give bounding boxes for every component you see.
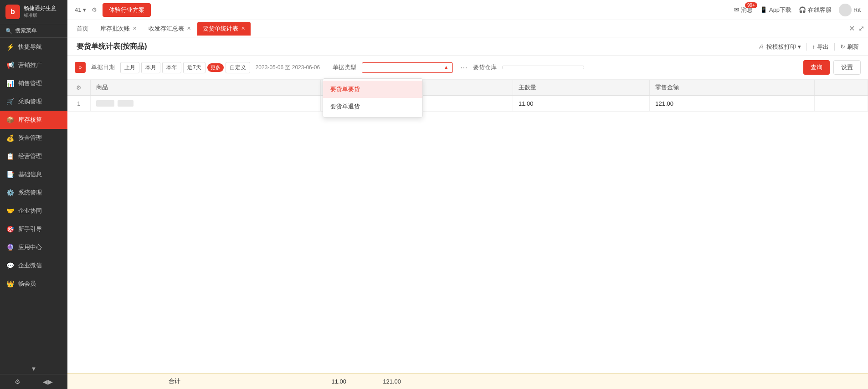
tabbar: 首页 库存批次账 ✕ 收发存汇总表 ✕ 要货单统计表 ✕ ✕ ⤢ xyxy=(67,20,868,37)
footer-label: 合计 xyxy=(169,377,205,385)
sidebar-item-quick-nav[interactable]: ⚡ 快捷导航 xyxy=(0,38,67,56)
sidebar-item-enterprise[interactable]: 🤝 企业协同 xyxy=(0,202,67,220)
type-select[interactable]: ▲ xyxy=(362,62,453,73)
export-button[interactable]: ↑ 导出 xyxy=(812,43,829,51)
topbar: 41 ▾ ⚙ 体验行业方案 ✉ 消息 99+ 📱 App下载 🎧 在线客服 R xyxy=(67,0,868,20)
last-7d-btn[interactable]: 近7天 xyxy=(183,62,205,73)
quick-nav-icon: ⚡ xyxy=(5,42,15,51)
sidebar-item-operations[interactable]: 📋 经营管理 xyxy=(0,147,67,165)
sidebar-item-inventory[interactable]: 📦 库存核算 xyxy=(0,111,67,129)
tab-close-summary[interactable]: ✕ xyxy=(187,26,191,31)
tab-close-batch[interactable]: ✕ xyxy=(133,26,137,31)
app-logo: b 畅捷通好生意 标准版 xyxy=(0,0,67,24)
messages-btn[interactable]: ✉ 消息 99+ xyxy=(734,6,753,14)
sidebar-nav: ⚡ 快捷导航 📢 营销推广 📊 销售管理 🛒 采购管理 📦 库存核算 💰 资金管… xyxy=(0,38,67,363)
footer-amount: 121.00 xyxy=(355,378,401,385)
footer-quantity: 11.00 xyxy=(273,378,355,385)
divider2 xyxy=(834,43,835,51)
company-selector[interactable]: 41 ▾ xyxy=(75,6,86,13)
operations-icon: 📋 xyxy=(5,152,15,161)
query-button[interactable]: 查询 xyxy=(803,60,830,75)
this-year-btn[interactable]: 本年 xyxy=(162,62,181,73)
app-download-btn[interactable]: 📱 App下载 xyxy=(760,6,791,14)
filter-expand-button[interactable]: » xyxy=(75,62,86,73)
tab-batch[interactable]: 库存批次账 ✕ xyxy=(95,22,142,36)
close-tab-icon[interactable]: ✕ xyxy=(849,24,855,33)
sidebar-item-basic-info[interactable]: 📑 基础信息 xyxy=(0,165,67,184)
warehouse-select[interactable] xyxy=(502,66,584,69)
date-range-display: 2023-05-06 至 2023-06-06 xyxy=(256,64,320,72)
wechat-icon: 💬 xyxy=(5,261,15,270)
tab-summary[interactable]: 收发存汇总表 ✕ xyxy=(143,22,196,36)
more-options-icon[interactable]: ⋯ xyxy=(460,63,467,72)
tabbar-controls: ✕ ⤢ xyxy=(849,24,864,33)
column-settings-icon[interactable]: ⚙ xyxy=(76,84,82,91)
sidebar-item-marketing[interactable]: 📢 营销推广 xyxy=(0,56,67,74)
tab-order-stat[interactable]: 要货单统计表 ✕ xyxy=(197,22,251,36)
dropdown-option-order-return[interactable]: 要货单退货 xyxy=(323,98,422,115)
date-label: 单据日期 xyxy=(91,63,115,72)
settings-bottom-icon[interactable]: ⚙ xyxy=(15,378,21,385)
system-icon: ⚙️ xyxy=(5,188,15,197)
phone-icon: 📱 xyxy=(760,6,767,13)
type-label: 单据类型 xyxy=(333,63,356,72)
dropdown-option-order-goods[interactable]: 要货单要货 xyxy=(323,81,422,98)
expand-tab-icon[interactable]: ⤢ xyxy=(858,24,864,33)
sidebar-item-guide[interactable]: 🎯 新手引导 xyxy=(0,220,67,238)
sidebar-item-purchase[interactable]: 🛒 采购管理 xyxy=(0,92,67,111)
logo-icon: b xyxy=(5,5,20,19)
row-seq: 1 xyxy=(67,96,90,112)
sidebar-item-app-center[interactable]: 🔮 应用中心 xyxy=(0,238,67,256)
page-title: 要货单统计表(按商品) xyxy=(77,42,147,51)
user-avatar-btn[interactable]: Rit xyxy=(839,4,861,16)
col-extra xyxy=(814,80,868,96)
print-dropdown-icon: ▾ xyxy=(798,43,801,50)
sidebar-item-finance[interactable]: 💰 资金管理 xyxy=(0,129,67,147)
sidebar-item-system[interactable]: ⚙️ 系统管理 xyxy=(0,184,67,202)
print-button[interactable]: 🖨 按模板打印 ▾ xyxy=(759,43,801,51)
export-icon: ↑ xyxy=(812,43,816,50)
guide-icon: 🎯 xyxy=(5,225,15,234)
page-header: 要货单统计表(按商品) 🖨 按模板打印 ▾ ↑ 导出 ↻ 刷新 xyxy=(67,37,868,56)
sidebar: b 畅捷通好生意 标准版 🔍 搜索菜单 ⚡ 快捷导航 📢 营销推广 📊 销售管理… xyxy=(0,0,67,389)
sidebar-item-sales[interactable]: 📊 销售管理 xyxy=(0,74,67,92)
row-goods xyxy=(90,96,320,112)
more-dates-btn[interactable]: 更多 xyxy=(207,63,224,72)
divider xyxy=(806,43,807,51)
settings-button[interactable]: 设置 xyxy=(833,60,861,75)
type-dropdown-popup: 要货单要货 要货单退货 xyxy=(323,78,423,118)
topbar-left: 41 ▾ ⚙ 体验行业方案 xyxy=(75,3,151,17)
topbar-gear-icon[interactable]: ⚙ xyxy=(92,6,97,13)
online-service-btn[interactable]: 🎧 在线客服 xyxy=(799,6,832,14)
filter-actions: 查询 设置 xyxy=(803,60,861,75)
purchase-icon: 🛒 xyxy=(5,97,15,106)
industry-plan-button[interactable]: 体验行业方案 xyxy=(103,3,151,17)
member-icon: 👑 xyxy=(5,279,15,288)
sidebar-scroll-down[interactable]: ▼ xyxy=(0,363,67,374)
finance-icon: 💰 xyxy=(5,133,15,143)
select-arrow-icon: ▲ xyxy=(443,64,449,71)
sidebar-item-wechat[interactable]: 💬 企业微信 xyxy=(0,256,67,275)
avatar xyxy=(839,4,852,16)
tab-home[interactable]: 首页 xyxy=(71,22,94,36)
sidebar-search[interactable]: 🔍 搜索菜单 xyxy=(0,24,67,38)
sales-icon: 📊 xyxy=(5,79,15,88)
last-month-btn[interactable]: 上月 xyxy=(120,62,139,73)
custom-date-btn[interactable]: 自定义 xyxy=(226,62,250,73)
type-select-input[interactable] xyxy=(366,64,443,71)
refresh-button[interactable]: ↻ 刷新 xyxy=(840,43,859,51)
table-container: ⚙ 商品 主计量单位 主数量 零售金额 1 块 xyxy=(67,80,868,373)
row-extra xyxy=(814,96,868,112)
dropdown-arrow-icon: ▾ xyxy=(83,6,86,13)
col-goods: 商品 xyxy=(90,80,320,96)
this-month-btn[interactable]: 本月 xyxy=(141,62,160,73)
table-footer: 合计 11.00 121.00 xyxy=(67,373,868,389)
date-shortcuts: 上月 本月 本年 近7天 更多 自定义 xyxy=(120,62,250,73)
tab-close-order-stat[interactable]: ✕ xyxy=(241,26,245,31)
refresh-icon: ↻ xyxy=(840,43,845,50)
app-center-icon: 🔮 xyxy=(5,243,15,252)
logo-text: 畅捷通好生意 标准版 xyxy=(24,5,56,19)
sidebar-item-member[interactable]: 👑 畅会员 xyxy=(0,275,67,293)
col-settings[interactable]: ⚙ xyxy=(67,80,90,96)
collapse-icon[interactable]: ◀▶ xyxy=(43,378,53,385)
